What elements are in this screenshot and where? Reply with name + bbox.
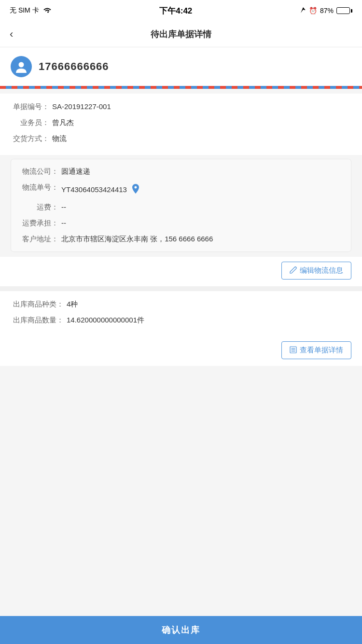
page-title: 待出库单据详情 [151, 28, 211, 40]
agent-row: 业务员： 曾凡杰 [11, 118, 351, 127]
nav-bar: ‹ 待出库单据详情 [0, 21, 362, 47]
confirm-button[interactable]: 确认出库 [0, 616, 362, 644]
edit-logistics-area: 编辑物流信息 [0, 257, 362, 286]
view-doc-area: 查看单据详情 [0, 336, 362, 366]
logistics-tracking-label: 物流单号： [20, 183, 58, 192]
freight-bear-value: -- [61, 219, 342, 227]
view-doc-button[interactable]: 查看单据详情 [281, 341, 351, 359]
logistics-tracking-row: 物流单号： YT43064053424413 [20, 183, 342, 196]
logistics-company-label: 物流公司： [20, 167, 58, 176]
goods-quantity-label: 出库商品数量： [11, 316, 64, 325]
tracking-number-text: YT43064053424413 [61, 185, 127, 194]
alarm-icon: ⏰ [309, 7, 317, 14]
content-area: 17666666666 单据编号： SA-20191227-001 业务员： 曾… [0, 47, 362, 490]
svg-point-0 [19, 62, 24, 68]
logistics-card: 物流公司： 圆通速递 物流单号： YT43064053424413 运费： --… [11, 159, 351, 252]
location-icon[interactable] [131, 183, 140, 196]
status-bar: 无 SIM 卡 下午4:42 ⏰ 87% [0, 0, 362, 21]
address-row: 客户地址： 北京市市辖区海淀区永丰南 张，156 6666 6666 [20, 235, 342, 244]
edit-logistics-label: 编辑物流信息 [300, 266, 343, 275]
goods-types-value: 4种 [67, 300, 351, 309]
freight-value: -- [61, 203, 342, 211]
wifi-icon [43, 7, 52, 15]
back-button[interactable]: ‹ [6, 24, 17, 44]
carrier-label: 无 SIM 卡 [10, 6, 39, 15]
agent-value: 曾凡杰 [52, 118, 351, 127]
order-info-section: 单据编号： SA-20191227-001 业务员： 曾凡杰 交货方式： 物流 [0, 94, 362, 155]
logistics-company-row: 物流公司： 圆通速递 [20, 167, 342, 176]
avatar [11, 56, 32, 77]
customer-header: 17666666666 [0, 47, 362, 86]
doc-icon [290, 346, 297, 355]
address-value: 北京市市辖区海淀区永丰南 张，156 6666 6666 [61, 235, 342, 244]
battery-percent: 87% [320, 7, 334, 14]
gps-icon [300, 7, 306, 15]
logistics-company-value: 圆通速递 [61, 167, 342, 176]
status-left: 无 SIM 卡 [10, 6, 52, 15]
view-doc-label: 查看单据详情 [300, 346, 343, 355]
dashed-divider [0, 86, 362, 89]
agent-label: 业务员： [11, 118, 49, 127]
goods-types-label: 出库商品种类： [11, 300, 64, 309]
logistics-tracking-value: YT43064053424413 [61, 183, 342, 196]
goods-types-row: 出库商品种类： 4种 [11, 300, 351, 309]
customer-phone: 17666666666 [39, 60, 109, 73]
delivery-label: 交货方式： [11, 134, 49, 143]
empty-area [0, 366, 362, 462]
freight-label: 运费： [20, 203, 58, 212]
status-time: 下午4:42 [159, 5, 192, 16]
goods-quantity-row: 出库商品数量： 14.620000000000001件 [11, 316, 351, 325]
goods-section: 出库商品种类： 4种 出库商品数量： 14.620000000000001件 [0, 291, 362, 336]
freight-bear-row: 运费承担： -- [20, 219, 342, 228]
confirm-button-area: 确认出库 [0, 616, 362, 644]
order-no-label: 单据编号： [11, 102, 49, 112]
delivery-value: 物流 [52, 134, 351, 143]
delivery-row: 交货方式： 物流 [11, 134, 351, 143]
address-label: 客户地址： [20, 235, 58, 244]
status-right: ⏰ 87% [300, 7, 352, 15]
goods-quantity-value: 14.620000000000001件 [67, 316, 351, 325]
edit-logistics-button[interactable]: 编辑物流信息 [281, 262, 351, 280]
freight-row: 运费： -- [20, 203, 342, 212]
edit-icon [290, 266, 297, 275]
battery-icon [336, 7, 352, 14]
order-no-row: 单据编号： SA-20191227-001 [11, 102, 351, 112]
section-separator [0, 286, 362, 291]
freight-bear-label: 运费承担： [20, 219, 58, 228]
order-no-value: SA-20191227-001 [52, 102, 351, 111]
